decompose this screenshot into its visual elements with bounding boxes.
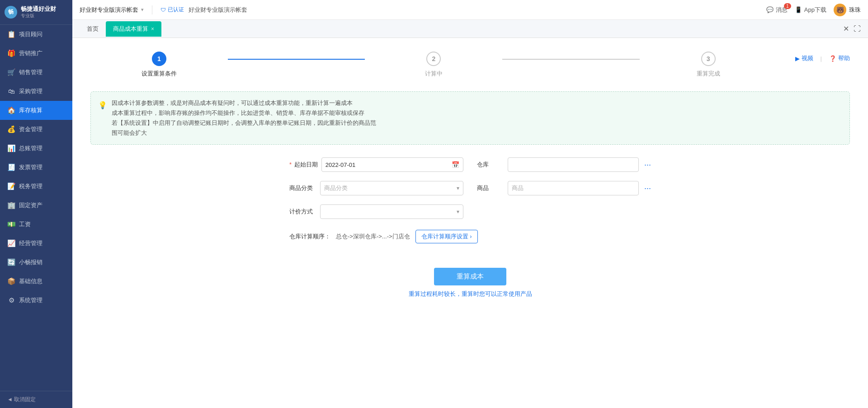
warehouse-order-label: 仓库计算顺序： <box>289 232 330 241</box>
content-area: 1 设置重算条件 2 计算中 3 <box>72 38 868 408</box>
sidebar-item-system[interactable]: ⚙ 系统管理 <box>0 291 72 310</box>
tab-close-icon[interactable]: × <box>151 26 154 32</box>
start-date-label: * 起始日期 <box>289 161 318 169</box>
help-label: 帮助 <box>838 54 850 62</box>
product-input[interactable]: 商品 <box>508 181 639 195</box>
product-label: 商品 <box>477 184 504 192</box>
expense-icon: 🔄 <box>7 258 15 266</box>
step-3-circle: 3 <box>701 52 716 66</box>
maximize-icon[interactable]: ⛶ <box>854 25 861 33</box>
app-subtitle: 专业版 <box>21 13 56 19</box>
sidebar-item-assets[interactable]: 🏢 固定资产 <box>0 196 72 215</box>
sidebar-item-inventory[interactable]: 🏠 库存核算 <box>0 101 72 120</box>
salary-icon: 💵 <box>7 220 15 228</box>
warehouse-order-settings-button[interactable]: 仓库计算顺序设置 › <box>415 230 478 243</box>
sidebar-item-finance[interactable]: 💰 资金管理 <box>0 120 72 139</box>
step-1-label: 设置重算条件 <box>142 70 177 78</box>
warehouse-group: 仓库 ··· <box>477 157 651 172</box>
sidebar: 畅 畅捷通好业财 专业版 📋 项目顾问 🎁 营销推广 🛒 销售管理 🛍 采购管理… <box>0 0 72 408</box>
sidebar-item-label: 小畅报销 <box>19 258 42 266</box>
pricing-chevron-icon: ▾ <box>457 209 459 215</box>
step-1-circle: 1 <box>152 52 166 66</box>
category-chevron-icon: ▾ <box>457 185 459 191</box>
sidebar-item-invoice[interactable]: 🧾 发票管理 <box>0 158 72 177</box>
product-group: 商品 商品 ··· <box>477 181 651 195</box>
sidebar-item-label: 资金管理 <box>19 125 42 133</box>
purchase-icon: 🛍 <box>7 87 15 95</box>
account-selector[interactable]: 好业财专业版演示帐套 ▾ <box>80 6 144 14</box>
notice-content: 因成本计算参数调整，或是对商品成本有疑问时，可以通过成本重算功能，重新计算一遍成… <box>112 98 376 138</box>
sidebar-item-project[interactable]: 📋 项目顾问 <box>0 25 72 44</box>
sidebar-item-label: 库存核算 <box>19 106 42 114</box>
inventory-icon: 🏠 <box>7 106 15 114</box>
video-button[interactable]: ▶ 视频 <box>795 54 813 62</box>
warehouse-more-icon[interactable]: ··· <box>644 160 651 170</box>
tax-icon: 📝 <box>7 182 15 190</box>
sidebar-item-purchase[interactable]: 🛍 采购管理 <box>0 82 72 101</box>
help-icon: ❓ <box>829 55 836 62</box>
app-download-label: App下载 <box>804 6 826 14</box>
category-group: 商品分类 商品分类 ▾ <box>289 181 463 195</box>
warehouse-input[interactable] <box>508 157 639 172</box>
video-label: 视频 <box>802 54 813 62</box>
step-3-label: 重算完成 <box>697 70 720 78</box>
sidebar-item-label: 发票管理 <box>19 163 42 171</box>
pricing-select[interactable]: ▾ <box>320 204 463 219</box>
tab-label: 商品成本重算 <box>113 25 148 33</box>
message-icon: 💬 <box>766 6 774 13</box>
shield-icon: 🛡 <box>160 7 166 13</box>
user-menu[interactable]: 🐻 珠珠 <box>834 4 861 16</box>
company-name: 好业财专业版演示帐套 <box>189 6 247 14</box>
sidebar-item-label: 固定资产 <box>19 201 42 209</box>
sidebar-item-label: 工资 <box>19 220 31 228</box>
tab-cost-recalc[interactable]: 商品成本重算 × <box>106 21 161 37</box>
accounting-icon: 📊 <box>7 144 15 152</box>
recalc-note: 重算过程耗时较长，重算时您可以正常使用产品 <box>289 290 651 298</box>
form-row-3: 计价方式 ▾ <box>289 204 651 219</box>
step-1: 1 设置重算条件 <box>90 52 228 78</box>
marketing-icon: 🎁 <box>7 49 15 57</box>
recalc-button[interactable]: 重算成本 <box>434 268 506 285</box>
warehouse-order-value: 总仓->深圳仓库->...->门店仓 <box>336 232 410 241</box>
notice-line3: 若【系统设置】中启用了自动调整记账日期时，会调整入库单的整单记账日期，因此重新计… <box>112 118 376 128</box>
product-more-icon[interactable]: ··· <box>644 184 651 193</box>
start-date-value: 2022-07-01 <box>326 161 452 168</box>
message-button[interactable]: 💬 消息 1 <box>766 6 788 14</box>
sidebar-header: 畅 畅捷通好业财 专业版 <box>0 0 72 25</box>
sidebar-item-label: 营销推广 <box>19 49 42 57</box>
sidebar-item-salary[interactable]: 💵 工资 <box>0 215 72 234</box>
step-2: 2 计算中 <box>365 52 502 78</box>
start-date-input[interactable]: 2022-07-01 📅 <box>321 157 463 172</box>
sidebar-item-basic[interactable]: 📦 基础信息 <box>0 272 72 291</box>
calendar-icon[interactable]: 📅 <box>452 161 459 168</box>
unpin-label: ◄ 取消固定 <box>7 396 36 403</box>
category-select[interactable]: 商品分类 ▾ <box>320 181 463 195</box>
app-title: 畅捷通好业财 <box>21 5 56 13</box>
notice-line2: 成本重算过程中，影响库存账的操作均不能操作，比如进货单、销货单、库存单据不能审核… <box>112 108 376 118</box>
warehouse-label: 仓库 <box>477 161 504 169</box>
username: 珠珠 <box>849 6 861 14</box>
system-icon: ⚙ <box>7 296 15 304</box>
step-line-1 <box>228 59 365 60</box>
tab-home[interactable]: 首页 <box>80 21 106 37</box>
notice-box: 💡 因成本计算参数调整，或是对商品成本有疑问时，可以通过成本重算功能，重新计算一… <box>90 91 850 145</box>
app-download-button[interactable]: 📱 App下载 <box>795 6 826 14</box>
product-placeholder: 商品 <box>512 184 635 192</box>
step-line-2 <box>502 59 640 60</box>
topbar-right: 💬 消息 1 📱 App下载 🐻 珠珠 <box>766 4 861 16</box>
sidebar-item-label: 经营管理 <box>19 239 42 247</box>
sidebar-item-accounting[interactable]: 📊 总账管理 <box>0 139 72 158</box>
operations-icon: 📈 <box>7 239 15 247</box>
finance-icon: 💰 <box>7 125 15 133</box>
sidebar-item-sales[interactable]: 🛒 销售管理 <box>0 63 72 82</box>
sidebar-item-expense[interactable]: 🔄 小畅报销 <box>0 253 72 272</box>
sidebar-item-tax[interactable]: 📝 税务管理 <box>0 177 72 196</box>
sidebar-item-label: 采购管理 <box>19 87 42 95</box>
help-button[interactable]: ❓ 帮助 <box>829 54 850 62</box>
verified-text: 已认证 <box>168 6 184 14</box>
sidebar-item-marketing[interactable]: 🎁 营销推广 <box>0 44 72 63</box>
close-window-icon[interactable]: ✕ <box>843 24 849 33</box>
sidebar-item-label: 系统管理 <box>19 296 42 304</box>
sidebar-item-operations[interactable]: 📈 经营管理 <box>0 234 72 253</box>
sidebar-unpin-button[interactable]: ◄ 取消固定 <box>0 391 72 408</box>
